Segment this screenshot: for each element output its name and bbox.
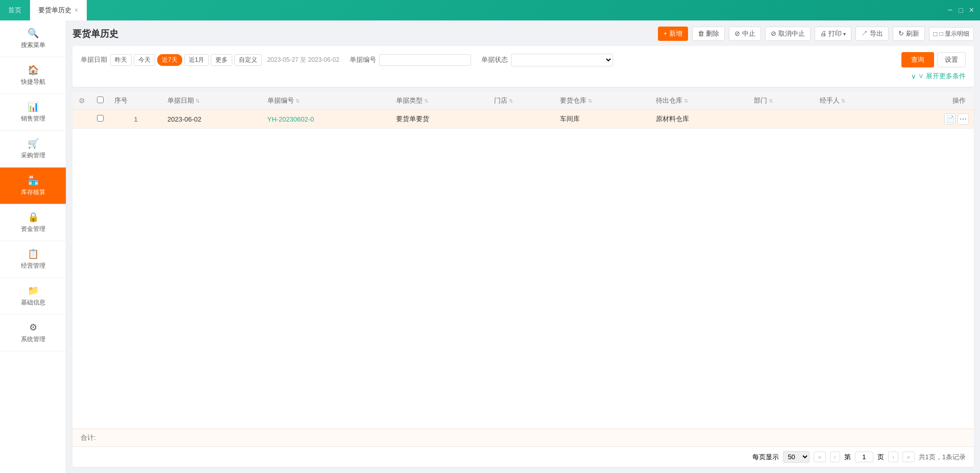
sidebar-item-quick-nav[interactable]: 🏠 快捷导航 <box>0 57 66 94</box>
sidebar-item-finance-mgmt[interactable]: 🔒 资金管理 <box>0 204 66 241</box>
date-range-display: 2023-05-27 至 2023-06-02 <box>267 56 339 64</box>
last1month-btn[interactable]: 近1月 <box>184 54 209 66</box>
refresh-button[interactable]: ↻ 刷新 <box>893 27 925 41</box>
td-settings <box>72 110 91 129</box>
tab-close-icon[interactable]: × <box>75 7 78 14</box>
sort-doc-date-icon[interactable]: ⇅ <box>195 98 200 104</box>
th-doc-type-label: 单据类型 <box>396 96 423 105</box>
filter-action-area: 查询 设置 <box>901 52 966 67</box>
page-number-input[interactable] <box>855 452 873 462</box>
table-footer: 合计: <box>72 429 974 446</box>
td-checkbox <box>91 110 109 129</box>
expand-icon: ∨ <box>911 73 916 80</box>
doc-no-link[interactable]: YH-20230602-0 <box>267 115 314 123</box>
th-req-warehouse-label: 要货仓库 <box>560 96 586 105</box>
column-settings-icon[interactable]: ⚙ <box>79 97 85 105</box>
print-button[interactable]: 🖨 打印 ▾ <box>815 27 852 41</box>
inventory-calc-icon: 🏪 <box>28 175 39 186</box>
export-button[interactable]: ↗ 导出 <box>855 27 889 41</box>
last-page-btn[interactable]: » <box>902 452 914 462</box>
sidebar: 🔍 搜索菜单 🏠 快捷导航 📊 销售管理 🛒 采购管理 🏪 库存核算 🔒 资金管… <box>0 20 66 473</box>
tab-home[interactable]: 首页 <box>0 0 30 20</box>
first-page-btn[interactable]: « <box>814 452 825 462</box>
sort-req-warehouse-icon[interactable]: ⇅ <box>588 98 592 104</box>
select-all-checkbox[interactable] <box>97 97 104 103</box>
expand-more-btn[interactable]: ∨ ∨ 展开更多条件 <box>911 72 966 81</box>
th-req-warehouse: 要货仓库 ⇅ <box>555 92 651 110</box>
table-section: ⚙ 序号 单据日期 <box>72 92 974 467</box>
query-btn-label: 查询 <box>911 55 924 64</box>
delete-button[interactable]: 🗑 删除 <box>692 27 725 41</box>
sort-doc-type-icon[interactable]: ⇅ <box>424 98 428 104</box>
expand-label: ∨ 展开更多条件 <box>918 72 966 81</box>
sidebar-item-purchase-mgmt[interactable]: 🛒 采购管理 <box>0 131 66 168</box>
sort-handler-icon[interactable]: ⇅ <box>841 98 845 104</box>
page-size-select[interactable]: 50 20 100 200 <box>783 451 810 463</box>
prev-page-btn[interactable]: ‹ <box>830 452 840 462</box>
table-body: 1 2023-06-02 YH-20230602-0 要货单要货 车间库 原材料… <box>72 110 974 129</box>
next-page-btn[interactable]: › <box>888 452 898 462</box>
custom-btn[interactable]: 自定义 <box>234 54 262 66</box>
th-pending-warehouse-label: 待出仓库 <box>656 96 682 105</box>
docno-input[interactable] <box>379 54 471 66</box>
td-doc-no: YH-20230602-0 <box>262 110 391 129</box>
th-doc-date-label: 单据日期 <box>167 96 194 105</box>
cancel-stop-button[interactable]: ⊘ 取消中止 <box>765 27 811 41</box>
sidebar-item-inventory-calc[interactable]: 🏪 库存核算 <box>0 168 66 204</box>
date-filter-item: 单据日期 昨天 今天 近7天 近1月 更多 自定义 2023-05-27 至 2… <box>81 54 339 66</box>
sidebar-item-system-mgmt[interactable]: ⚙ 系统管理 <box>0 315 66 351</box>
td-pending-warehouse: 原材料仓库 <box>651 110 749 129</box>
stop-button[interactable]: ⊘ 中止 <box>729 27 761 41</box>
sort-dept-icon[interactable]: ⇅ <box>769 98 773 104</box>
row-more-btn[interactable]: ⋯ <box>958 113 969 125</box>
settings-button[interactable]: 设置 <box>937 52 966 67</box>
total-label: 合计: <box>81 434 96 441</box>
page: 要货单历史 + 新增 🗑 删除 ⊘ 中止 ⊘ 取消中止 🖨 <box>66 20 980 473</box>
tab-requisition-history[interactable]: 要货单历史 × <box>30 0 87 20</box>
maximize-icon[interactable]: □ <box>959 6 963 14</box>
last7days-btn[interactable]: 近7天 <box>157 54 182 66</box>
new-button[interactable]: + 新增 <box>658 27 688 41</box>
print-btn-label: 🖨 打印 <box>820 29 842 38</box>
purchase-mgmt-icon: 🛒 <box>28 138 39 149</box>
table-row: 1 2023-06-02 YH-20230602-0 要货单要货 车间库 原材料… <box>72 110 974 129</box>
yesterday-btn[interactable]: 昨天 <box>110 54 132 66</box>
th-checkbox <box>91 92 109 110</box>
sort-store-icon[interactable]: ⇅ <box>509 98 513 104</box>
sidebar-item-operations-mgmt[interactable]: 📋 经营管理 <box>0 241 66 278</box>
sidebar-item-sales-mgmt[interactable]: 📊 销售管理 <box>0 94 66 131</box>
td-doc-date: 2023-06-02 <box>162 110 262 129</box>
pagination-info: 共1页，1条记录 <box>919 453 966 462</box>
tab-requisition-history-label: 要货单历史 <box>38 6 71 15</box>
today-btn[interactable]: 今天 <box>134 54 155 66</box>
row-checkbox[interactable] <box>97 115 104 122</box>
refresh-btn-label: ↻ 刷新 <box>898 29 919 38</box>
td-doc-type: 要货单要货 <box>391 110 489 129</box>
docno-filter-label: 单据编号 <box>350 55 376 64</box>
sort-doc-no-icon[interactable]: ⇅ <box>296 98 300 104</box>
sidebar-item-search-menu[interactable]: 🔍 搜索菜单 <box>0 20 66 57</box>
status-select[interactable] <box>511 54 613 66</box>
table-wrapper: ⚙ 序号 单据日期 <box>72 92 974 429</box>
sort-pending-warehouse-icon[interactable]: ⇅ <box>684 98 688 104</box>
date-filter-label: 单据日期 <box>81 55 107 64</box>
pagination-bar: 每页显示 50 20 100 200 « ‹ 第 页 › » 共1页，1条记录 <box>72 446 974 467</box>
sidebar-item-basic-info[interactable]: 📁 基础信息 <box>0 278 66 315</box>
display-detail-button[interactable]: □ □ 显示明细 <box>929 27 974 41</box>
query-button[interactable]: 查询 <box>901 52 934 67</box>
sidebar-item-operations-mgmt-label: 经营管理 <box>21 262 45 270</box>
minimize-icon[interactable]: − <box>948 6 952 15</box>
td-req-warehouse: 车间库 <box>555 110 651 129</box>
row-edit-btn[interactable]: 📄 <box>944 113 955 125</box>
table-header-row: ⚙ 序号 单据日期 <box>72 92 974 110</box>
more-btn[interactable]: 更多 <box>211 54 232 66</box>
sidebar-item-sales-mgmt-label: 销售管理 <box>21 114 45 123</box>
basic-info-icon: 📁 <box>28 285 39 296</box>
date-buttons: 昨天 今天 近7天 近1月 更多 自定义 <box>110 54 262 66</box>
print-dropdown-icon: ▾ <box>843 31 846 37</box>
th-settings: ⚙ <box>72 92 91 110</box>
th-operation-label: 操作 <box>952 97 966 104</box>
close-icon[interactable]: × <box>969 6 974 15</box>
th-num: 序号 <box>109 92 162 110</box>
content-area: 要货单历史 + 新增 🗑 删除 ⊘ 中止 ⊘ 取消中止 🖨 <box>66 20 980 473</box>
